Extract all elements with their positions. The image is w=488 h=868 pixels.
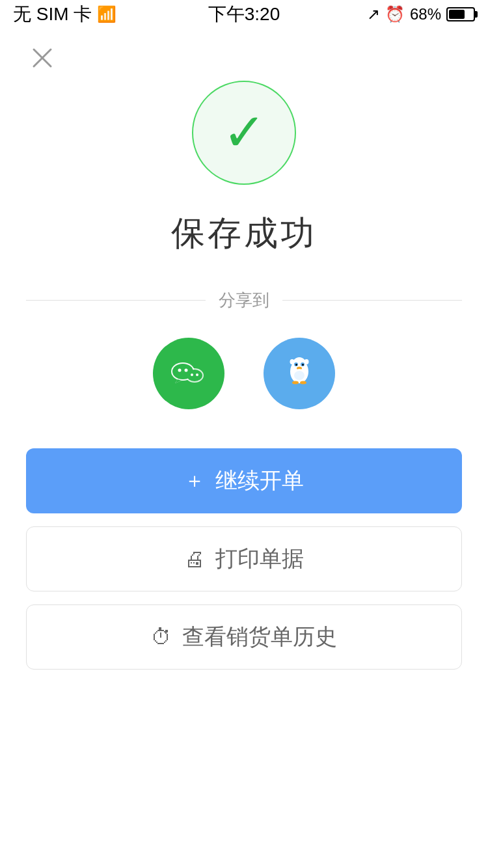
svg-point-22 [300,381,306,385]
status-time: 下午3:20 [208,2,280,27]
print-label: 打印单据 [215,544,304,574]
share-icons [153,338,335,409]
print-button[interactable]: 🖨 打印单据 [26,526,462,591]
svg-point-24 [305,359,309,364]
action-buttons: ＋ 继续开单 🖨 打印单据 ⏱ 查看销货单历史 [26,448,462,670]
close-icon [31,47,53,69]
continue-label: 继续开单 [215,466,304,496]
svg-point-6 [185,369,188,372]
svg-point-8 [191,373,193,376]
sim-label: 无 SIM 卡 [13,2,92,27]
svg-point-9 [196,373,198,376]
main-content: ✓ 保存成功 分享到 [0,29,488,868]
close-button[interactable] [26,42,59,74]
svg-point-17 [302,364,304,366]
continue-button[interactable]: ＋ 继续开单 [26,448,462,513]
status-right: ↗ ⏰ 68% [367,5,475,23]
printer-icon: 🖨 [184,547,205,571]
location-icon: ↗ [367,5,380,23]
wechat-icon [167,352,210,395]
alarm-icon: ⏰ [385,5,405,23]
qq-icon [278,352,321,395]
history-label: 查看销货单历史 [182,622,337,652]
share-label: 分享到 [219,289,269,312]
battery-icon [446,7,475,21]
svg-point-20 [294,371,305,380]
svg-point-16 [295,364,297,366]
svg-point-23 [290,359,295,364]
svg-point-7 [187,370,202,381]
svg-point-21 [292,381,299,385]
svg-point-5 [178,369,182,372]
divider-line-left [26,300,206,301]
check-icon: ✓ [223,107,266,159]
plus-icon: ＋ [184,467,205,495]
success-circle: ✓ [192,81,296,185]
qq-share-button[interactable] [264,338,335,409]
wechat-share-button[interactable] [153,338,224,409]
battery-percent: 68% [410,5,441,23]
battery-fill [449,10,465,19]
status-left: 无 SIM 卡 📶 [13,2,116,27]
share-section: 分享到 [26,289,462,409]
status-bar: 无 SIM 卡 📶 下午3:20 ↗ ⏰ 68% [0,0,488,29]
divider-row: 分享到 [26,289,462,312]
history-button[interactable]: ⏱ 查看销货单历史 [26,604,462,670]
clock-icon: ⏱ [151,625,172,649]
wifi-icon: 📶 [97,5,116,23]
success-title: 保存成功 [171,211,317,256]
divider-line-right [282,300,462,301]
